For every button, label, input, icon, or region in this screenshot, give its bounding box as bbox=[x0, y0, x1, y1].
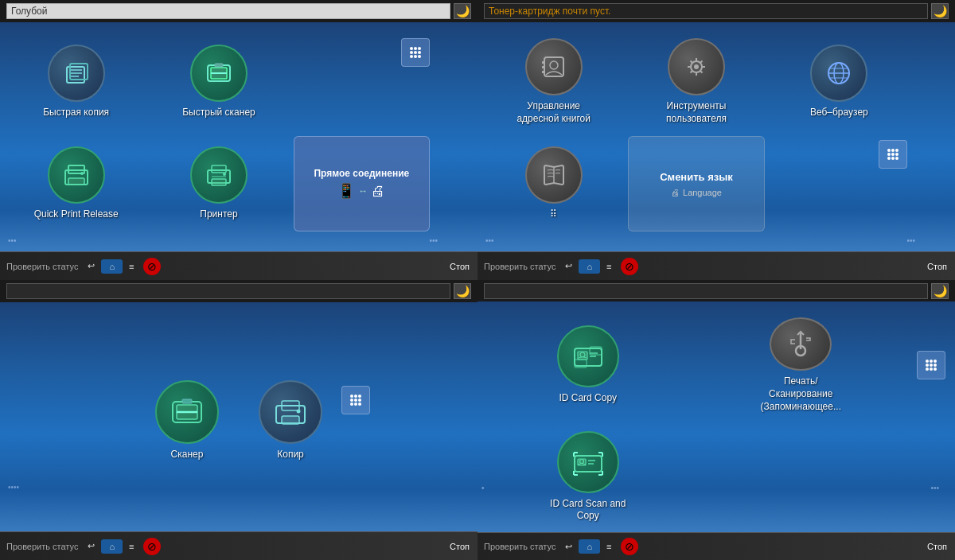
bottom-bar-bl: Проверить статус ↩ ⌂ ≡ ⊘ Стоп bbox=[0, 531, 477, 560]
top-bar-tr: Тонер-картридж почти пуст. 🌙 bbox=[477, 0, 955, 22]
stop-icon-br: ⊘ bbox=[621, 538, 638, 555]
svg-rect-24 bbox=[542, 61, 544, 64]
status-button-br[interactable]: Проверить статус bbox=[481, 540, 559, 553]
quick-print-label: Quick Print Release bbox=[34, 208, 119, 221]
moon-button-bl[interactable]: 🌙 bbox=[454, 283, 471, 299]
status-button-tr[interactable]: Проверить статус bbox=[481, 260, 559, 273]
svg-point-58 bbox=[354, 402, 357, 406]
moon-button-tr[interactable]: 🌙 bbox=[931, 3, 949, 19]
svg-point-39 bbox=[895, 153, 898, 156]
top-bar-tl: Голубой 🌙 bbox=[0, 0, 477, 22]
panel-top-left: Голубой 🌙 Быстрая копия bbox=[0, 0, 477, 280]
svg-point-70 bbox=[930, 360, 933, 363]
printer-icon-circle bbox=[190, 146, 248, 204]
quick-copy-item[interactable]: Быстрая копия bbox=[8, 34, 144, 130]
panel-top-right: Тонер-картридж почти пуст. 🌙 Управление … bbox=[477, 0, 955, 280]
stop-button-tl[interactable]: Стоп bbox=[445, 260, 474, 273]
stop-button-bl[interactable]: Стоп bbox=[445, 540, 474, 553]
dots-button-tl[interactable] bbox=[401, 38, 430, 67]
id-card-scan-icon bbox=[571, 445, 606, 480]
id-card-copy-icon-circle bbox=[557, 325, 619, 387]
id-card-copy-item[interactable]: ID Card Copy bbox=[485, 313, 691, 417]
menu-button-tl[interactable]: ≡ bbox=[124, 260, 138, 273]
status-button-tl[interactable]: Проверить статус bbox=[3, 260, 81, 273]
change-lang-label: Сменить язык bbox=[660, 171, 733, 183]
dots-button-bl[interactable] bbox=[341, 386, 370, 414]
globe-icon bbox=[823, 57, 855, 89]
user-tools-icon-circle bbox=[668, 38, 725, 95]
menu-icon-tr: ≡ bbox=[606, 262, 611, 271]
bottom-bar-br: Проверить статус ↩ ⌂ ≡ ⊘ Стоп bbox=[477, 532, 955, 560]
svg-point-75 bbox=[926, 368, 929, 371]
content-br: ID Card Copy Печать/Сканирование (Запоми… bbox=[477, 301, 955, 532]
svg-point-54 bbox=[350, 399, 353, 402]
quick-scanner-icon-circle bbox=[190, 45, 248, 102]
dots-button-tr[interactable] bbox=[879, 140, 907, 169]
printer-icon bbox=[203, 159, 235, 191]
menu-icon-br: ≡ bbox=[606, 542, 611, 551]
copier-icon bbox=[272, 394, 309, 430]
user-tools-item[interactable]: Инструменты пользователя bbox=[628, 34, 764, 130]
address-book-icon bbox=[538, 51, 570, 83]
svg-point-10 bbox=[418, 51, 421, 54]
back-icon-br: ↩ bbox=[565, 542, 572, 552]
direct-connect-button[interactable]: Прямое соединение 📱 ↔ 🖨 bbox=[294, 136, 430, 231]
svg-point-17 bbox=[80, 172, 84, 175]
svg-point-37 bbox=[887, 153, 891, 156]
back-button-tr[interactable]: ↩ bbox=[560, 259, 577, 273]
content-bl: Сканер Копир bbox=[0, 302, 477, 531]
svg-point-59 bbox=[358, 402, 361, 406]
svg-rect-26 bbox=[542, 71, 544, 73]
moon-button-tl[interactable]: 🌙 bbox=[454, 3, 471, 19]
svg-rect-20 bbox=[212, 179, 226, 185]
bottom-bar-tl: Проверить статус ↩ ⌂ ≡ ⊘ Стоп bbox=[0, 251, 477, 280]
home-button-bl[interactable]: ⌂ bbox=[101, 539, 123, 554]
user-manual-item[interactable]: ⠿ bbox=[485, 136, 622, 231]
address-book-label: Управление адресной книгой bbox=[510, 100, 598, 125]
back-button-bl[interactable]: ↩ bbox=[83, 539, 99, 553]
address-book-item[interactable]: Управление адресной книгой bbox=[485, 34, 622, 130]
address-book-icon-circle bbox=[525, 38, 583, 95]
moon-button-br[interactable]: 🌙 bbox=[931, 283, 949, 299]
svg-point-51 bbox=[350, 395, 353, 398]
svg-point-13 bbox=[418, 55, 421, 58]
web-browser-item[interactable]: Веб–браузер bbox=[771, 34, 907, 130]
stop-button-br[interactable]: Стоп bbox=[922, 540, 952, 553]
print-scan-usb-label: Печать/Сканирование (Запоминающее... bbox=[757, 375, 844, 413]
svg-rect-49 bbox=[282, 416, 299, 424]
print-scan-usb-item[interactable]: Печать/Сканирование (Запоминающее... bbox=[699, 313, 904, 417]
quick-scanner-item[interactable]: Быстрый сканер bbox=[150, 34, 286, 130]
svg-point-11 bbox=[410, 55, 413, 58]
home-icon-tl: ⌂ bbox=[109, 262, 115, 271]
top-bar-input-tr[interactable]: Тонер-картридж почти пуст. bbox=[484, 3, 928, 19]
home-button-br[interactable]: ⌂ bbox=[579, 539, 600, 554]
dots-indicator-br-left: • bbox=[481, 484, 485, 492]
home-button-tl[interactable]: ⌂ bbox=[101, 259, 123, 274]
dots-button-br[interactable] bbox=[917, 351, 945, 379]
back-button-br[interactable]: ↩ bbox=[560, 540, 577, 554]
id-card-icon bbox=[571, 339, 606, 374]
copier-item[interactable]: Копир bbox=[255, 376, 326, 465]
top-bar-input-br[interactable] bbox=[484, 283, 928, 299]
copier-icon-circle bbox=[259, 380, 322, 444]
copier-label: Копир bbox=[277, 449, 304, 461]
menu-button-bl[interactable]: ≡ bbox=[124, 540, 138, 553]
user-manual-icon-circle bbox=[525, 146, 583, 204]
menu-button-br[interactable]: ≡ bbox=[602, 540, 616, 553]
back-button-tl[interactable]: ↩ bbox=[83, 259, 99, 273]
top-bar-input-bl[interactable] bbox=[6, 283, 450, 299]
dots-indicator-tr: ••• bbox=[485, 236, 494, 245]
scanner-main-item[interactable]: Сканер bbox=[151, 376, 223, 465]
status-button-bl[interactable]: Проверить статус bbox=[3, 540, 81, 553]
change-lang-button[interactable]: Сменить язык 🖨 Language bbox=[628, 136, 764, 231]
printer-item[interactable]: Принтер bbox=[150, 136, 286, 231]
top-bar-input-tl[interactable]: Голубой bbox=[6, 3, 450, 19]
menu-button-tr[interactable]: ≡ bbox=[602, 260, 616, 273]
id-card-scan-item[interactable]: ID Card Scan and Copy bbox=[485, 425, 691, 528]
lang-sub-label: 🖨 Language bbox=[671, 188, 722, 197]
dots-grid-icon-br bbox=[923, 357, 939, 373]
home-button-tr[interactable]: ⌂ bbox=[579, 259, 600, 274]
stop-button-tr[interactable]: Стоп bbox=[922, 260, 952, 273]
svg-rect-46 bbox=[182, 399, 192, 403]
quick-print-item[interactable]: Quick Print Release bbox=[8, 136, 144, 231]
